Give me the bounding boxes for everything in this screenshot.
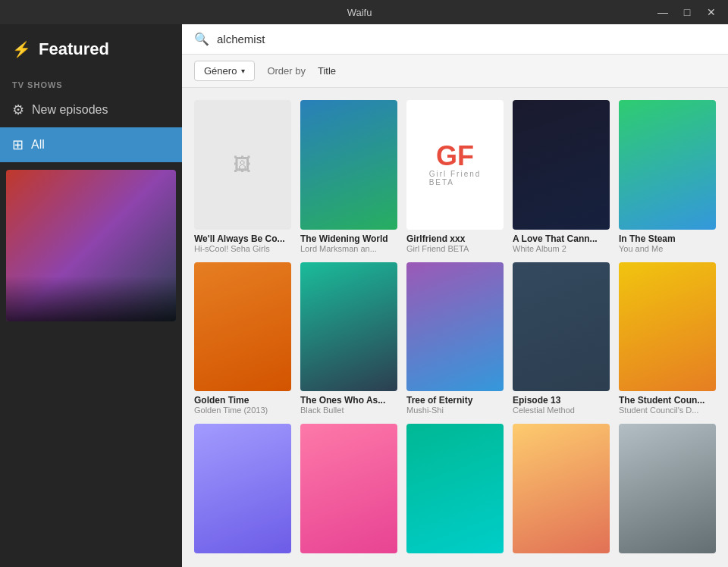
featured-label: Featured xyxy=(39,39,109,59)
grid-container: 🖼 We'll Always Be Co... Hi-sCool! Seha G… xyxy=(182,88,728,567)
grid-item[interactable] xyxy=(619,424,716,557)
sidebar-item-featured[interactable]: ⚡ Featured xyxy=(0,24,182,74)
sidebar-preview-overlay xyxy=(6,276,176,321)
item-title-4: A Love That Cann... xyxy=(513,233,610,244)
cover-image-5 xyxy=(619,100,716,230)
grid-item[interactable]: Tree of Eternity Mushi-Shi xyxy=(406,262,504,415)
item-subtitle-8: Mushi-Shi xyxy=(406,406,504,415)
item-subtitle-1: Hi-sCool! Seha Girls xyxy=(194,244,291,253)
grid-item[interactable] xyxy=(300,424,397,557)
cover-image-2 xyxy=(300,100,397,230)
cover-image-11 xyxy=(194,424,291,553)
grid-item[interactable]: 🖼 We'll Always Be Co... Hi-sCool! Seha G… xyxy=(194,100,291,253)
item-subtitle-5: You and Me xyxy=(619,244,716,253)
sidebar-item-all[interactable]: ⊞ All xyxy=(0,127,182,162)
window-controls: — □ ✕ xyxy=(652,4,722,20)
close-button[interactable]: ✕ xyxy=(701,4,722,20)
cover-image-4 xyxy=(513,100,610,230)
sidebar-item-new-episodes[interactable]: ⚙ New episodes xyxy=(0,92,182,127)
search-bar: 🔍 xyxy=(182,24,728,55)
item-subtitle-10: Student Council's D... xyxy=(619,406,716,415)
grid-item[interactable]: Golden Time Golden Time (2013) xyxy=(194,262,291,415)
chevron-down-icon: ▾ xyxy=(241,67,245,75)
cover-image-8 xyxy=(406,262,504,392)
item-title-5: In The Steam xyxy=(619,233,716,244)
maximize-button[interactable]: □ xyxy=(676,4,698,20)
search-input[interactable] xyxy=(217,33,716,45)
grid-item[interactable]: GFGirl FriendBETA Girlfriend xxx Girl Fr… xyxy=(406,100,504,253)
cover-image-14 xyxy=(513,424,610,553)
cover-image-1: 🖼 xyxy=(194,100,291,230)
item-title-9: Episode 13 xyxy=(513,395,610,406)
item-title-10: The Student Coun... xyxy=(619,395,716,406)
grid-icon: ⊞ xyxy=(12,136,24,153)
order-by-value: Title xyxy=(318,65,336,77)
new-episodes-label: New episodes xyxy=(32,103,108,117)
titlebar: Waifu — □ ✕ xyxy=(0,0,728,24)
item-subtitle-6: Golden Time (2013) xyxy=(194,406,291,415)
cover-image-12 xyxy=(300,424,397,553)
all-label: All xyxy=(31,138,45,152)
item-subtitle-2: Lord Marksman an... xyxy=(300,244,397,253)
cover-image-9 xyxy=(513,262,610,392)
grid-item[interactable]: The Student Coun... Student Council's D.… xyxy=(619,262,716,415)
grid-item[interactable]: The Widening World Lord Marksman an... xyxy=(300,100,397,253)
grid-item[interactable] xyxy=(194,424,291,557)
grid-item[interactable]: Episode 13 Celestial Method xyxy=(513,262,610,415)
app-title: Waifu xyxy=(67,7,652,18)
grid-item[interactable] xyxy=(406,424,504,557)
cover-image-7 xyxy=(300,262,397,392)
cover-image-6 xyxy=(194,262,291,392)
cover-image-13 xyxy=(406,424,504,553)
grid-item[interactable] xyxy=(513,424,610,557)
content-area: 🔍 Género ▾ Order by Title 🖼 We'll Always… xyxy=(182,24,728,567)
cover-image-10 xyxy=(619,262,716,392)
item-title-6: Golden Time xyxy=(194,395,291,406)
sidebar-preview-image xyxy=(6,170,176,321)
lightning-icon: ⚡ xyxy=(12,40,31,58)
item-subtitle-4: White Album 2 xyxy=(513,244,610,253)
item-subtitle-7: Black Bullet xyxy=(300,406,397,415)
content-grid: 🖼 We'll Always Be Co... Hi-sCool! Seha G… xyxy=(194,100,716,557)
item-title-1: We'll Always Be Co... xyxy=(194,233,291,244)
grid-item[interactable]: In The Steam You and Me xyxy=(619,100,716,253)
genre-filter-label: Género xyxy=(204,65,237,77)
item-subtitle-3: Girl Friend BETA xyxy=(406,244,504,253)
item-title-8: Tree of Eternity xyxy=(406,395,504,406)
genre-filter-button[interactable]: Género ▾ xyxy=(194,61,255,81)
order-by-label: Order by xyxy=(267,65,306,77)
search-icon: 🔍 xyxy=(194,32,209,46)
cover-image-3: GFGirl FriendBETA xyxy=(406,100,504,230)
item-title-2: The Widening World xyxy=(300,233,397,244)
cover-image-15 xyxy=(619,424,716,553)
gear-icon: ⚙ xyxy=(12,102,24,118)
tv-shows-section-label: TV SHOWS xyxy=(0,74,182,92)
item-title-3: Girlfriend xxx xyxy=(406,233,504,244)
grid-item[interactable]: The Ones Who As... Black Bullet xyxy=(300,262,397,415)
filter-bar: Género ▾ Order by Title xyxy=(182,55,728,88)
minimize-button[interactable]: — xyxy=(652,4,673,20)
item-title-7: The Ones Who As... xyxy=(300,395,397,406)
sidebar: ⚡ Featured TV SHOWS ⚙ New episodes ⊞ All xyxy=(0,24,182,567)
main-layout: ⚡ Featured TV SHOWS ⚙ New episodes ⊞ All… xyxy=(0,24,728,567)
grid-item[interactable]: A Love That Cann... White Album 2 xyxy=(513,100,610,253)
item-subtitle-9: Celestial Method xyxy=(513,406,610,415)
